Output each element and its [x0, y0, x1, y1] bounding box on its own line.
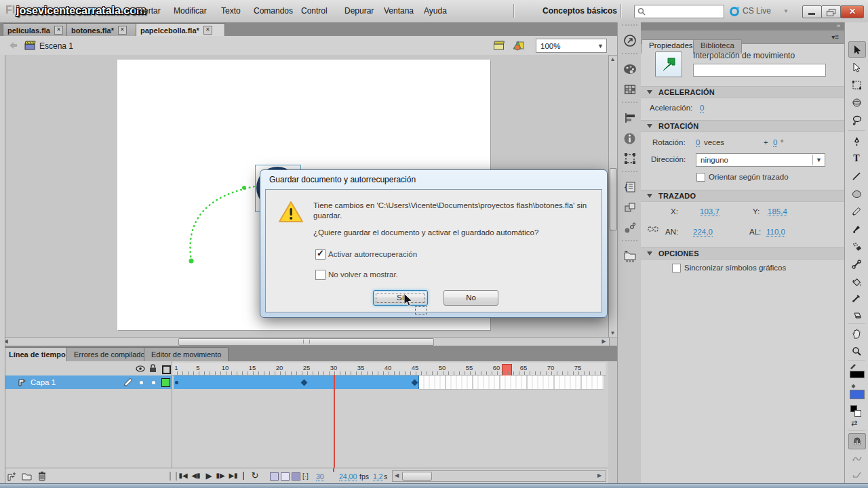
- eraser-tool[interactable]: [848, 307, 865, 322]
- link-dimensions-icon[interactable]: [648, 224, 658, 234]
- tab-close-icon[interactable]: ✕: [54, 26, 63, 35]
- sincronizar-checkbox[interactable]: [672, 264, 681, 272]
- rotacion-value[interactable]: 0: [696, 138, 700, 147]
- collapse-panels-icon[interactable]: »: [837, 22, 840, 29]
- 3d-rotation-tool[interactable]: [848, 95, 865, 110]
- menu-modificar[interactable]: Modificar: [174, 6, 207, 16]
- y-value[interactable]: 185,4: [768, 207, 787, 216]
- close-button[interactable]: ✕: [840, 5, 864, 18]
- timeline-hscrollbar[interactable]: ◀ ▶: [392, 470, 606, 482]
- search-input[interactable]: [634, 5, 724, 18]
- cs-live-label[interactable]: CS Live: [743, 6, 771, 16]
- line-tool[interactable]: [848, 169, 865, 184]
- stage-vscroll-thumb[interactable]: [610, 168, 617, 230]
- play-button[interactable]: ▶: [203, 470, 214, 481]
- layer-row-capa1[interactable]: Capa 1: [0, 375, 172, 389]
- section-aceleracion[interactable]: ACELERACIÓN: [641, 86, 844, 98]
- instance-name-input[interactable]: [693, 64, 826, 77]
- section-opciones[interactable]: OPCIONES: [641, 247, 844, 260]
- property-keyframe-frame25[interactable]: [301, 380, 308, 386]
- stroke-color-swatch[interactable]: [850, 371, 865, 378]
- snap-magnet-toggle[interactable]: [848, 433, 866, 449]
- yes-button[interactable]: Sí: [373, 290, 428, 306]
- extensions-icon[interactable]: [618, 30, 642, 51]
- bone-tool[interactable]: [848, 257, 865, 272]
- elapsed-time-value[interactable]: 1,2: [373, 472, 383, 481]
- pen-tool[interactable]: [848, 134, 865, 148]
- layer-outline-color-swatch[interactable]: [161, 378, 170, 387]
- edit-symbols-icon[interactable]: [512, 39, 526, 52]
- edit-multiple-frames-icon[interactable]: [292, 472, 300, 481]
- motion-presets-panel-icon[interactable]: [618, 218, 642, 238]
- straighten-option[interactable]: [848, 467, 865, 482]
- scroll-right-icon[interactable]: ▶: [596, 472, 603, 480]
- orientar-checkbox[interactable]: [696, 173, 705, 182]
- menu-control[interactable]: Control: [301, 6, 328, 16]
- layers-frames-divider[interactable]: [172, 361, 172, 468]
- menu-ayuda[interactable]: Ayuda: [424, 6, 447, 16]
- onion-skin-icon[interactable]: [270, 472, 279, 481]
- step-forward-button[interactable]: ▮▶: [215, 470, 226, 481]
- fill-color-control[interactable]: [850, 383, 865, 399]
- keyframe-dot-frame1[interactable]: [175, 381, 178, 384]
- stage-hscroll-thumb[interactable]: [178, 338, 434, 346]
- oval-tool[interactable]: [848, 186, 865, 201]
- lasso-tool[interactable]: [848, 113, 865, 127]
- new-layer-icon[interactable]: [7, 472, 16, 481]
- paint-bucket-tool[interactable]: [848, 274, 865, 289]
- restore-button[interactable]: [821, 5, 841, 18]
- show-hide-layers-icon[interactable]: [136, 365, 145, 372]
- doc-tab-peliculas[interactable]: peliculas.fla ✕: [3, 23, 75, 37]
- loop-playback-icon[interactable]: ↻: [250, 470, 260, 481]
- aceleracion-value[interactable]: 0: [700, 104, 704, 113]
- back-arrow-icon[interactable]: [8, 41, 18, 49]
- onion-skin-outlines-icon[interactable]: [281, 472, 290, 481]
- code-snippets-panel-icon[interactable]: {: [618, 177, 642, 197]
- go-to-last-frame-button[interactable]: ▶▮: [228, 470, 239, 481]
- menu-depurar[interactable]: Depurar: [344, 6, 374, 16]
- scroll-left-icon[interactable]: ◀: [393, 472, 400, 480]
- doc-tab-botones[interactable]: botones.fla* ✕: [66, 23, 144, 37]
- current-frame-value[interactable]: 30: [316, 472, 324, 481]
- smooth-option[interactable]: [848, 451, 865, 466]
- layer-visible-dot[interactable]: [140, 381, 143, 384]
- menu-ventana[interactable]: Ventana: [384, 6, 414, 16]
- step-back-button[interactable]: ◀▮: [191, 470, 201, 481]
- no-button[interactable]: No: [443, 290, 498, 306]
- dont-show-checkbox[interactable]: [315, 270, 326, 280]
- brush-tool[interactable]: [848, 222, 865, 237]
- fill-color-swatch[interactable]: [850, 390, 865, 399]
- orientar-label[interactable]: Orientar según trazado: [709, 173, 789, 181]
- text-tool[interactable]: T: [848, 151, 865, 166]
- subselection-tool[interactable]: [848, 60, 865, 75]
- stroke-color-control[interactable]: [850, 363, 865, 378]
- menu-insertar[interactable]: Insertar: [133, 6, 161, 16]
- default-colors-icon[interactable]: [850, 405, 861, 417]
- swap-colors-icon[interactable]: ⇄: [851, 419, 857, 428]
- layer-unlocked-dot[interactable]: [152, 381, 155, 384]
- delete-layer-trash-icon[interactable]: [38, 471, 46, 481]
- zoom-level-select[interactable]: 100% ▼: [536, 39, 607, 53]
- library-folder-icon[interactable]: [618, 246, 642, 266]
- lock-layers-icon[interactable]: [149, 364, 157, 373]
- motion-tween-span[interactable]: [174, 375, 419, 389]
- doc-tab-papelcebolla-active[interactable]: papelcebolla.fla* ✕: [136, 23, 225, 37]
- an-value[interactable]: 224,0: [693, 228, 713, 237]
- scroll-down-icon[interactable]: ▼: [609, 329, 616, 338]
- section-trazado[interactable]: TRAZADO: [641, 190, 844, 202]
- tab-close-icon[interactable]: ✕: [203, 26, 212, 35]
- scroll-right-icon[interactable]: ▶: [600, 338, 608, 345]
- autorecovery-checkbox-label[interactable]: Activar autorrecuperación: [328, 250, 417, 258]
- property-keyframe-frame45[interactable]: [412, 380, 418, 386]
- frame-ruler[interactable]: 1 5 10 15 20 25 30 35 40 45 50 55 60 65 …: [172, 363, 606, 375]
- layer-name[interactable]: Capa 1: [31, 378, 56, 386]
- direccion-select[interactable]: ninguno ▼: [696, 153, 825, 167]
- new-folder-icon[interactable]: [22, 472, 32, 481]
- timeline-hscroll-thumb[interactable]: [402, 472, 432, 481]
- tab-close-icon[interactable]: ✕: [118, 26, 127, 35]
- color-panel-icon[interactable]: [618, 59, 642, 79]
- center-frame-icon[interactable]: [243, 472, 244, 480]
- menu-texto[interactable]: Texto: [221, 6, 241, 16]
- selection-tool[interactable]: [848, 41, 866, 58]
- dont-show-checkbox-label[interactable]: No volver a mostrar.: [328, 270, 398, 279]
